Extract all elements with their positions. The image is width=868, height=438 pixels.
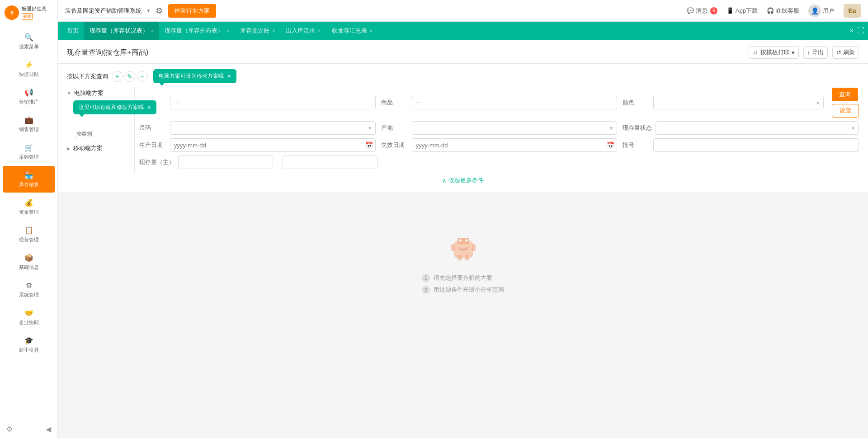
user-label: 用户	[823, 7, 835, 15]
system-selector-arrow[interactable]: ▾	[147, 7, 150, 14]
produce-cal-icon: 📅	[365, 141, 373, 149]
inventory-qty-max[interactable]	[283, 155, 377, 169]
tab-receipt-summary-close[interactable]: ×	[370, 28, 373, 33]
scheme-tooltip-close[interactable]: ×	[227, 73, 231, 80]
size-select[interactable]: ▾	[170, 121, 376, 135]
batch-no-input[interactable]	[653, 138, 859, 152]
sidebar-item-label: 系统管理	[19, 292, 39, 298]
tabbar-actions: × ⛶	[849, 27, 864, 35]
filter-body: ▼ 电脑端方案 这里可以创建和修改方案哦 × 按类别	[67, 88, 859, 173]
settings-footer-icon[interactable]: ⚙	[6, 425, 13, 433]
search-btn[interactable]: 查询	[832, 88, 858, 101]
scheme-sub-label: 按类别	[76, 130, 92, 138]
user-action[interactable]: 👤 用户	[808, 5, 835, 17]
sidebar-item-label: 快捷导航	[19, 71, 39, 78]
tab-inventory-dist[interactable]: 现存量（库存分布表） ×	[159, 22, 234, 40]
color-label: 颜色	[623, 99, 650, 107]
collapse-sidebar-icon[interactable]: ◀	[46, 425, 51, 433]
online-support-action[interactable]: 🎧 在线客服	[767, 7, 799, 15]
tab-inventory-status-close[interactable]: ×	[151, 28, 154, 33]
sidebar-item-label: 搜索菜单	[19, 43, 39, 50]
sidebar-item-system[interactable]: ⚙ 系统管理	[3, 276, 55, 303]
sidebar-item-quick-nav[interactable]: ⚡ 快捷导航	[3, 56, 55, 82]
filter-item-batch-no: 批号	[623, 138, 859, 152]
inventory-qty-label: 现存量（主）	[139, 158, 175, 166]
sidebar-item-operations[interactable]: 📋 经营管理	[3, 221, 55, 248]
sidebar-item-guide[interactable]: 🎓 新手引导	[3, 331, 55, 358]
export-btn[interactable]: ↑ 导出	[803, 46, 828, 59]
topbar-gear[interactable]: ⚙	[156, 6, 163, 16]
tab-inventory-dist-close[interactable]: ×	[226, 28, 229, 33]
size-chevron-icon: ▾	[368, 125, 372, 132]
tab-inventory-status[interactable]: 现存量（库存状况表） ×	[84, 22, 159, 40]
edit-scheme-btn[interactable]: ✎	[124, 71, 135, 82]
sidebar-item-basic[interactable]: 📦 基础信息	[3, 249, 55, 275]
scheme-sub-category[interactable]: 按类别	[76, 129, 130, 139]
scheme-item-pc[interactable]: ▼ 电脑端方案	[67, 88, 130, 99]
sidebar-item-search[interactable]: 🔍 搜索菜单	[3, 28, 55, 55]
tab-inout-flow[interactable]: 出入库流水 ×	[280, 22, 326, 40]
sales-icon: 💼	[24, 115, 33, 124]
scheme-item-mobile[interactable]: ▶ 移动端方案	[67, 143, 130, 154]
status-select[interactable]: ▾	[656, 121, 859, 135]
tab-inout-flow-close[interactable]: ×	[318, 28, 321, 33]
expire-date-input[interactable]	[412, 138, 618, 152]
trial-industry-btn[interactable]: 体验行业方案	[168, 4, 216, 18]
create-scheme-tooltip-close[interactable]: ×	[147, 104, 151, 111]
empty-step-2: 2 用过滤条件来缩小分析范围	[422, 286, 504, 294]
tab-inventory-status-label: 现存量（库存状况表）	[90, 27, 148, 35]
tab-home[interactable]: 首页	[61, 22, 84, 40]
filter-item-size: 尺码 ▾	[139, 121, 376, 135]
filter-area: 按以下方案查询 + ✎ ← 电脑方案可设为移动方案哦 ×	[58, 64, 868, 192]
sidebar-item-inventory[interactable]: 🏪 库存核算	[3, 166, 55, 193]
sidebar-item-label: 销售管理	[19, 126, 39, 133]
notification-action[interactable]: 💬 消息 6	[687, 7, 717, 15]
filter-item-produce-date: 生产日期 📅	[139, 138, 376, 152]
refresh-btn[interactable]: ↺ 刷新	[832, 46, 859, 59]
range-sep: —	[275, 159, 281, 166]
warehouse-select[interactable]: ···	[170, 96, 376, 109]
sidebar-item-label: 企业协同	[19, 319, 39, 326]
product-select[interactable]: ···	[412, 96, 618, 109]
sidebar-item-marketing[interactable]: 📢 营销推广	[3, 83, 55, 110]
inventory-qty-min[interactable]	[178, 155, 273, 169]
tab-batch-ledger[interactable]: 库存批次账 ×	[235, 22, 280, 40]
sidebar-item-label: 经营管理	[19, 236, 39, 243]
tab-close-all-icon[interactable]: ×	[849, 27, 854, 35]
sidebar-item-enterprise[interactable]: 🤝 企业协同	[3, 304, 55, 330]
expire-cal-icon: 📅	[607, 141, 614, 149]
scheme-item-mobile-label: 移动端方案	[73, 144, 103, 152]
logo-icon: 6	[5, 5, 19, 20]
color-select[interactable]: ▾	[653, 96, 824, 109]
search-icon: 🔍	[24, 33, 33, 42]
expire-date-input-wrap: 📅	[412, 138, 618, 152]
origin-select[interactable]: ▾	[412, 121, 618, 135]
empty-state: 1 请先选择要分析的方案 2 用过滤条件来缩小分析范围	[58, 193, 868, 330]
svg-rect-6	[451, 244, 455, 251]
tab-maximize-icon[interactable]: ⛶	[857, 27, 864, 35]
product-label: 商品	[381, 99, 408, 107]
filter-row-1: ··· 商品 ··· 颜色	[139, 88, 859, 118]
topbar-left: 装备及固定资产辅助管理系统 ▾ ⚙ 体验行业方案	[65, 4, 216, 18]
collapse-filter-btn[interactable]: ∧ 收起更多条件	[67, 173, 859, 188]
arrow-back-btn[interactable]: ←	[137, 71, 148, 82]
sidebar-item-finance[interactable]: 💰 资金管理	[3, 193, 55, 220]
scheme-tooltip-text: 电脑方案可设为移动方案哦	[159, 72, 224, 80]
produce-date-input[interactable]	[170, 138, 376, 152]
empty-step-2-text: 用过滤条件来缩小分析范围	[434, 286, 504, 294]
collapse-arrow-icon: ∧	[442, 177, 447, 184]
add-scheme-btn[interactable]: +	[112, 71, 123, 82]
sidebar-item-sales[interactable]: 💼 销售管理	[3, 111, 55, 137]
app-download-action[interactable]: 📱 App下载	[726, 7, 758, 15]
tab-receipt-summary[interactable]: 收发存汇总表 ×	[326, 22, 378, 40]
sidebar-item-purchase[interactable]: 🛒 采购管理	[3, 138, 55, 165]
collapse-label: 收起更多条件	[448, 176, 484, 184]
filter-item-status: 现存量状态 ▾	[623, 121, 859, 135]
logo-text: 畅通好生意	[22, 5, 47, 12]
tab-batch-ledger-close[interactable]: ×	[272, 28, 275, 33]
reset-btn[interactable]: 设置	[832, 104, 859, 118]
topbar-right: 💬 消息 6 📱 App下载 🎧 在线客服 👤 用户 Ea	[687, 4, 861, 18]
online-support-label: 在线客服	[776, 7, 799, 15]
template-print-btn[interactable]: 🖨 按模板打印 ▾	[749, 46, 799, 59]
ea-avatar: Ea	[844, 4, 861, 18]
